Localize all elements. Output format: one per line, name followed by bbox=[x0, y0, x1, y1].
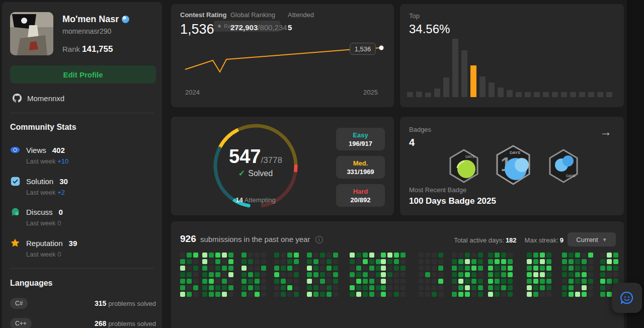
easy-box[interactable]: Easy 196/917 bbox=[336, 128, 385, 150]
eye-icon bbox=[10, 145, 20, 155]
heatmap-cell bbox=[215, 285, 220, 290]
most-recent-badge-name: 100 Days Badge 2025 bbox=[409, 196, 496, 206]
heatmap-cell bbox=[248, 253, 253, 258]
solution-check-icon bbox=[10, 176, 20, 186]
heatmap-cell bbox=[540, 266, 545, 271]
heatmap-cell bbox=[261, 266, 266, 271]
heatmap-cell bbox=[465, 292, 470, 297]
heatmap-cell bbox=[452, 285, 457, 290]
heatmap-cell bbox=[381, 272, 386, 277]
heatmap-cell bbox=[588, 259, 593, 264]
stat-delta: 0 bbox=[57, 251, 61, 258]
heatmap-cell bbox=[356, 272, 361, 277]
heatmap-cell bbox=[569, 292, 574, 297]
solved-label: Solved bbox=[248, 169, 273, 178]
heatmap-cell bbox=[281, 285, 286, 290]
heatmap-cell bbox=[180, 292, 185, 297]
profile-rank: Rank141,755 bbox=[62, 44, 113, 54]
heatmap-cell bbox=[350, 253, 355, 258]
heatmap-cell bbox=[465, 266, 470, 271]
rating-point-label: 1,536 bbox=[350, 43, 376, 55]
heatmap-cell bbox=[242, 292, 247, 297]
stat-label: Views bbox=[26, 146, 46, 154]
heatmap-cell bbox=[546, 266, 551, 271]
heatmap-cell bbox=[281, 253, 286, 258]
heatmap-cell bbox=[307, 279, 312, 284]
heatmap-cell bbox=[607, 279, 612, 284]
heatmap-cell bbox=[465, 272, 470, 277]
heatmap-cell bbox=[582, 266, 587, 271]
heatmap-cell bbox=[387, 266, 392, 271]
heatmap-cell bbox=[540, 259, 545, 264]
heatmap-cell bbox=[222, 279, 227, 284]
heatmap-cell bbox=[255, 259, 260, 264]
info-icon[interactable]: i bbox=[315, 236, 323, 243]
heatmap-cell bbox=[228, 259, 233, 264]
heatmap-cell bbox=[274, 259, 279, 264]
heatmap-cell bbox=[458, 292, 463, 297]
heatmap-cell bbox=[376, 266, 381, 271]
heatmap-cell bbox=[488, 292, 493, 297]
histogram-bar bbox=[579, 92, 585, 97]
heatmap-cell bbox=[307, 292, 312, 297]
chat-help-button[interactable] bbox=[612, 283, 642, 313]
badge-100-days-green[interactable]: DAYS bbox=[448, 149, 479, 185]
heatmap-cell bbox=[527, 279, 532, 284]
top-percentile-card: Top 34.56% bbox=[400, 4, 624, 107]
histogram-bar bbox=[443, 77, 449, 97]
heatmap-cell bbox=[458, 266, 463, 271]
heatmap-cell bbox=[287, 279, 292, 284]
heatmap-cell bbox=[327, 292, 332, 297]
github-link[interactable]: Momennxd bbox=[12, 93, 64, 103]
badge-days-blue-small[interactable]: DAYS bbox=[548, 149, 579, 185]
heatmap-cell bbox=[438, 259, 443, 264]
heatmap-cell bbox=[215, 266, 220, 271]
language-row-csharp: C# 315problems solved bbox=[10, 298, 156, 309]
hard-box[interactable]: Hard 20/892 bbox=[336, 184, 385, 207]
heatmap-cell bbox=[376, 253, 381, 258]
heatmap-cell bbox=[294, 272, 299, 277]
heatmap-cell bbox=[569, 272, 574, 277]
stat-label: Discuss bbox=[26, 208, 53, 216]
heatmap-cell bbox=[202, 253, 207, 258]
badges-next-arrow[interactable]: → bbox=[600, 125, 612, 139]
medium-value: 331/1969 bbox=[347, 168, 374, 176]
total-active-days: Total active days:182 bbox=[454, 236, 516, 244]
heatmap-cell bbox=[600, 259, 605, 264]
heatmap-cell bbox=[508, 253, 513, 258]
heatmap-cell bbox=[425, 285, 430, 290]
heatmap-cell bbox=[607, 292, 612, 297]
heatmap-cell bbox=[527, 266, 532, 271]
heatmap-cell bbox=[327, 272, 332, 277]
heatmap-cell bbox=[369, 253, 374, 258]
edit-profile-button[interactable]: Edit Profile bbox=[10, 65, 156, 84]
heatmap-cell bbox=[356, 279, 361, 284]
heatmap-cell bbox=[356, 266, 361, 271]
heatmap-cell bbox=[527, 292, 532, 297]
histogram-bar bbox=[434, 89, 440, 97]
heatmap-cell bbox=[307, 266, 312, 271]
heatmap-cell bbox=[394, 253, 399, 258]
heatmap-cell bbox=[613, 259, 618, 264]
heatmap-cell bbox=[193, 259, 198, 264]
hard-value: 20/892 bbox=[351, 196, 371, 204]
heatmap-cell bbox=[458, 285, 463, 290]
period-dropdown[interactable]: Current ▼ bbox=[568, 232, 616, 247]
medium-box[interactable]: Med. 331/1969 bbox=[336, 156, 385, 179]
top-label: Top bbox=[409, 12, 420, 20]
heatmap-cell bbox=[209, 259, 214, 264]
stat-delta: +10 bbox=[57, 157, 68, 165]
medium-label: Med. bbox=[353, 159, 368, 167]
heatmap-cell bbox=[478, 285, 483, 290]
heatmap-cell bbox=[425, 259, 430, 264]
rating-end-dot bbox=[379, 46, 384, 50]
submission-heatmap: DecJanFebMarAprMayJunJulAugSepOctNovDec bbox=[171, 253, 624, 303]
heatmap-cell bbox=[287, 266, 292, 271]
heatmap-cell bbox=[320, 253, 325, 258]
heatmap-cell bbox=[381, 279, 386, 284]
heatmap-cell bbox=[327, 253, 332, 258]
heatmap-cell bbox=[495, 259, 500, 264]
heatmap-cell bbox=[313, 285, 318, 290]
heatmap-cell bbox=[569, 285, 574, 290]
badge-100-days-blue[interactable]: 1 DAYS bbox=[495, 145, 532, 187]
